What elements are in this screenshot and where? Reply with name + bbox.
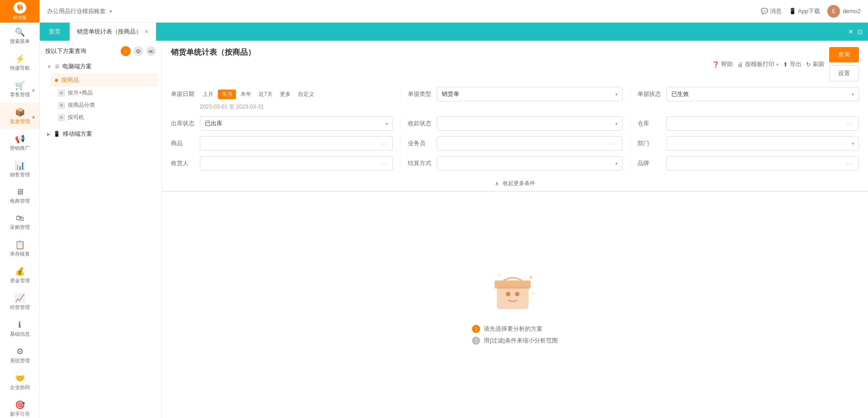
header-app-download-btn[interactable]: 📱 App下载: [789, 7, 820, 15]
sidebar-item-collab[interactable]: 🤝 企业协同: [0, 369, 39, 395]
print-btn[interactable]: 🖨 按模板打印 ▾: [737, 60, 778, 68]
quicknav-icon: ⚡: [15, 54, 25, 64]
sidebar-item-ecommerce[interactable]: 🖥 电商管理: [0, 183, 39, 209]
date-range-value: 2023-03-01 至 2023-03-31: [200, 104, 264, 110]
sidebar-item-purchase[interactable]: 🛍 采购管理: [0, 209, 39, 235]
warehouse-input[interactable]: ···: [666, 116, 859, 131]
sidebar-item-operations[interactable]: 📈 经营管理: [0, 289, 39, 315]
retail-icon: 🛒: [15, 81, 25, 90]
collapse-bar[interactable]: ∧ 收起更多条件: [162, 176, 868, 191]
help-label: 帮助: [721, 60, 733, 68]
query-settings-group: 查询 设置: [829, 47, 859, 81]
mobile-group-icon: 📱: [53, 131, 60, 137]
sidebar-item-basic[interactable]: ℹ 基础信息: [0, 315, 39, 342]
filter-subitem-month-goods[interactable]: ≡ 按月+商品: [54, 87, 158, 99]
date-tab-thismonth[interactable]: 本月: [218, 90, 236, 99]
status-value: 已生效: [671, 90, 689, 98]
filter-subitem-driver[interactable]: ≡ 按司机: [54, 111, 158, 124]
export-btn[interactable]: ⬆ 导出: [783, 60, 802, 68]
sidebar-item-inventory[interactable]: 📋 库存核算: [0, 235, 39, 262]
tab-sales-stat[interactable]: 销货单统计表（按商品） ✕: [70, 23, 156, 41]
filter-subitem-goods-cat[interactable]: ≡ 按商品分类: [54, 99, 158, 111]
svg-rect-1: [495, 280, 531, 289]
filter-row-2: 出库状态 已出库 ▾ 收款状态 ▾: [171, 116, 859, 131]
pc-group-icon: 🖥: [54, 63, 60, 70]
empty-state: 1 请先选择要分析的方案 2 用[过滤]条件来缩小分析范围: [162, 192, 868, 418]
by-goods-active-icon: ●: [54, 76, 59, 84]
receipt-dropdown-icon: ▾: [615, 121, 618, 126]
sidebar-item-quicknav[interactable]: ⚡ 快捷导航: [0, 49, 39, 76]
stockout-dropdown-icon: ▾: [386, 121, 388, 126]
svg-point-3: [515, 292, 519, 296]
date-tab-thisyear[interactable]: 本年: [238, 90, 254, 99]
empty-text-2: 用[过滤]条件来缩小分析范围: [484, 337, 557, 345]
type-label: 单据类型: [408, 90, 433, 98]
sidebar-nav: 🔍 搜索菜单 ⚡ 快捷导航 🛒 零售管理 ▲ 📦 批发管理 ▲ 📢 营销推广 📊…: [0, 23, 39, 418]
inventory-icon: 📋: [15, 240, 25, 250]
empty-line-1: 1 请先选择要分析的方案: [472, 325, 557, 333]
tab-home-label: 首页: [49, 28, 61, 36]
sidebar-item-label: 经营管理: [10, 304, 30, 311]
page-header: 销货单统计表（按商品） ❓ 帮助 🖨 按模板打印 ▾ ⬆: [162, 41, 868, 192]
filter-subgroup: ≡ 按月+商品 ≡ 按商品分类 ≡ 按司机: [51, 87, 158, 124]
sidebar-item-label: 库存核算: [10, 251, 30, 257]
stockout-label: 出库状态: [171, 119, 196, 128]
date-tab-custom[interactable]: 自定义: [295, 90, 317, 99]
sales-icon: 📊: [15, 161, 25, 171]
sidebar-item-finance[interactable]: 💰 资金管理: [0, 262, 39, 289]
type-select[interactable]: 销货单 ▾: [437, 87, 622, 101]
header-message-btn[interactable]: 💬 消息: [761, 7, 782, 15]
sidebar-item-retail[interactable]: 🛒 零售管理 ▲: [0, 76, 39, 103]
filter-group-mobile-title[interactable]: ▶ 📱 移动端方案: [43, 127, 158, 141]
stockout-select[interactable]: 已出库 ▾: [200, 116, 393, 131]
staff-input[interactable]: ···: [437, 136, 622, 151]
settings-button[interactable]: 设置: [829, 65, 859, 81]
tab-home[interactable]: 首页: [40, 23, 70, 41]
tab-close-icon[interactable]: ✕: [144, 28, 149, 35]
sidebar-item-wholesale[interactable]: 📦 批发管理 ▲: [0, 103, 39, 129]
date-tab-more[interactable]: 更多: [277, 90, 293, 99]
help-btn[interactable]: ❓ 帮助: [712, 60, 733, 68]
tab-sales-stat-label: 销货单统计表（按商品）: [77, 28, 142, 36]
filter-collapse-icon[interactable]: ≪: [146, 46, 156, 56]
brand-field: 品牌 ···: [630, 156, 859, 171]
sidebar-item-guide[interactable]: 🎯 新手引导: [0, 395, 39, 418]
content-area: 按以下方案查询 + ⚙ ≪ ▼ 🖥 电脑端方案: [40, 41, 868, 418]
filter-settings-icon[interactable]: ⚙: [133, 46, 143, 56]
main-panel: 销货单统计表（按商品） ❓ 帮助 🖨 按模板打印 ▾ ⬆: [162, 41, 868, 418]
filter-item-by-goods[interactable]: ● 按商品: [51, 73, 158, 87]
sidebar-item-sales[interactable]: 📊 销售管理: [0, 156, 39, 183]
date-tab-lastmonth[interactable]: 上月: [200, 90, 216, 99]
pc-group-label: 电脑端方案: [62, 62, 92, 71]
message-label: 消息: [770, 7, 782, 15]
sidebar-item-label: 快捷导航: [10, 65, 30, 71]
stockout-value: 已出库: [205, 119, 222, 128]
brand-label: 品牌: [637, 159, 663, 167]
dept-select[interactable]: ▾: [666, 136, 859, 151]
receiver-input[interactable]: ···: [200, 156, 393, 171]
help-icon: ❓: [712, 61, 719, 68]
query-button[interactable]: 查询: [829, 47, 859, 62]
type-value: 销货单: [442, 90, 459, 98]
sidebar-item-system[interactable]: ⚙ 系统管理: [0, 342, 39, 369]
receipt-select[interactable]: ▾: [437, 116, 622, 131]
sidebar-item-search[interactable]: 🔍 搜索菜单: [0, 23, 39, 49]
brand-input[interactable]: ···: [666, 156, 859, 171]
filter-row-4: 收货人 ··· 结算方式 ▾: [171, 156, 859, 171]
tab-spacer: [156, 23, 843, 41]
app-dropdown-arrow[interactable]: ▾: [109, 8, 112, 14]
sidebar-item-label: 批发管理: [10, 118, 30, 125]
warehouse-label: 仓库: [637, 119, 663, 128]
goods-input[interactable]: ···: [200, 136, 393, 151]
sidebar-item-marketing[interactable]: 📢 营销推广: [0, 129, 39, 156]
payment-select[interactable]: ▾: [437, 156, 622, 171]
month-goods-icon: ≡: [58, 90, 65, 97]
status-select[interactable]: 已生效 ▾: [666, 87, 859, 101]
header-user-btn[interactable]: E demo2: [827, 5, 861, 18]
window-minimize-icon[interactable]: ✕: [848, 28, 854, 35]
window-maximize-icon[interactable]: ⊡: [857, 28, 863, 35]
date-tab-7days[interactable]: 近7天: [256, 90, 275, 99]
refresh-btn[interactable]: ↻ 刷新: [806, 60, 825, 68]
filter-add-btn[interactable]: +: [121, 46, 131, 56]
filter-group-pc-title[interactable]: ▼ 🖥 电脑端方案: [43, 60, 158, 73]
